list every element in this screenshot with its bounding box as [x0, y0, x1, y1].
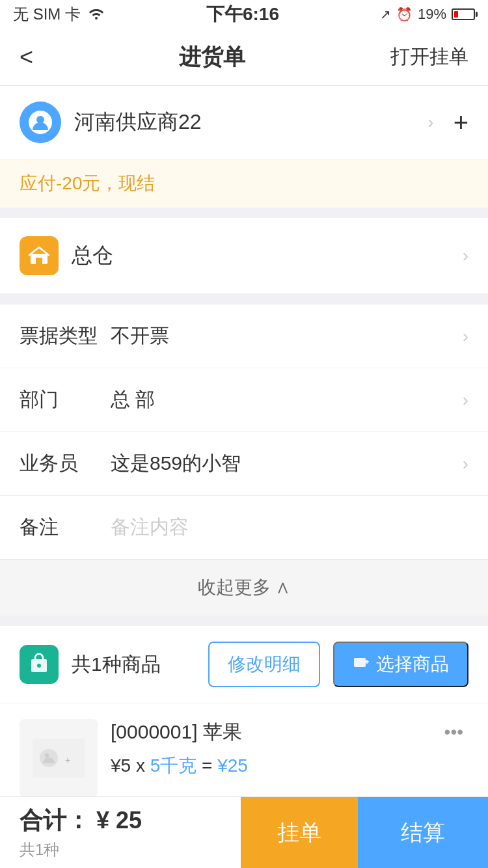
- warehouse-row[interactable]: 总仓 ›: [0, 218, 488, 293]
- location-icon: ↗: [380, 7, 391, 22]
- svg-point-4: [37, 664, 41, 668]
- collapse-button[interactable]: 收起更多 ∧: [0, 559, 488, 616]
- unit-price: ¥5: [111, 755, 131, 776]
- edit-details-button[interactable]: 修改明细: [208, 642, 320, 687]
- salesman-row[interactable]: 业务员 这是859的小智 ›: [0, 431, 488, 495]
- status-right: ↗ ⏰ 19%: [380, 6, 475, 23]
- avatar-inner: [29, 111, 52, 134]
- chevron-right-icon: ›: [427, 112, 433, 133]
- warehouse-card[interactable]: 总仓 ›: [0, 218, 488, 293]
- form-card: 票据类型 不开票 › 部门 总 部 › 业务员 这是859的小智 › 备注 备注…: [0, 304, 488, 616]
- remark-label: 备注: [20, 514, 111, 541]
- ticket-type-row[interactable]: 票据类型 不开票 ›: [0, 304, 488, 368]
- chevron-right-icon: ›: [463, 390, 468, 411]
- alarm-icon: ⏰: [396, 7, 413, 22]
- chevron-right-icon: ›: [463, 245, 468, 266]
- item-total: ¥25: [217, 755, 248, 776]
- salesman-value: 这是859的小智: [111, 450, 463, 477]
- quantity: 5千克: [150, 755, 197, 776]
- back-button[interactable]: <: [20, 44, 33, 71]
- multiply-sign: x: [136, 755, 150, 776]
- payment-notice: 应付-20元，现结: [0, 159, 488, 208]
- product-price-row: ¥5 x 5千克 = ¥25: [111, 753, 426, 778]
- supplier-actions: › +: [427, 108, 468, 137]
- status-time: 下午6:16: [206, 2, 279, 27]
- battery-icon: [452, 8, 475, 20]
- ticket-type-label: 票据类型: [20, 323, 111, 349]
- total-section: 合计： ¥ 25 共1种: [0, 805, 241, 860]
- warehouse-icon: [20, 236, 59, 275]
- battery-percent: 19%: [418, 6, 446, 23]
- products-header: 共1种商品 修改明细 选择商品: [0, 626, 488, 703]
- products-icon: [20, 645, 59, 684]
- chevron-right-icon: ›: [463, 326, 468, 347]
- product-title: 苹果: [203, 721, 242, 742]
- equals-sign: =: [202, 755, 217, 776]
- main-content: 河南供应商22 › + 应付-20元，现结 总仓 › 票据类型 不开票: [0, 86, 488, 868]
- supplier-avatar: [20, 102, 61, 143]
- salesman-label: 业务员: [20, 450, 111, 477]
- product-code: [0000001]: [111, 721, 197, 742]
- open-hang-button[interactable]: 打开挂单: [390, 44, 468, 70]
- products-card: 共1种商品 修改明细 选择商品 +: [0, 626, 488, 813]
- supplier-card: 河南供应商22 › + 应付-20元，现结: [0, 86, 488, 208]
- product-info: [0000001] 苹果 ¥5 x 5千克 = ¥25: [111, 719, 426, 778]
- wifi-icon: [87, 5, 105, 23]
- svg-rect-5: [354, 658, 366, 667]
- remark-input[interactable]: 备注内容: [111, 514, 468, 541]
- supplier-name: 河南供应商22: [74, 108, 427, 137]
- department-label: 部门: [20, 387, 111, 413]
- svg-text:+: +: [65, 755, 70, 765]
- total-count: 共1种: [20, 839, 221, 860]
- select-products-label: 选择商品: [376, 652, 449, 677]
- department-value: 总 部: [111, 387, 463, 413]
- ticket-type-value: 不开票: [111, 323, 463, 349]
- add-supplier-button[interactable]: +: [454, 108, 468, 137]
- select-products-button[interactable]: 选择商品: [333, 642, 468, 687]
- product-name: [0000001] 苹果: [111, 719, 426, 746]
- page-title: 进货单: [179, 42, 245, 72]
- warehouse-name: 总仓: [72, 241, 463, 270]
- total-value: ¥ 25: [96, 807, 142, 834]
- hang-order-button[interactable]: 挂单: [241, 797, 358, 869]
- total-amount: 合计： ¥ 25: [20, 805, 221, 837]
- chevron-right-icon: ›: [463, 454, 468, 474]
- checkout-button[interactable]: 结算: [358, 797, 488, 869]
- supplier-row[interactable]: 河南供应商22 › +: [0, 86, 488, 159]
- svg-point-8: [45, 753, 49, 757]
- bottom-bar: 合计： ¥ 25 共1种 挂单 结算: [0, 796, 488, 868]
- product-more-button[interactable]: •••: [439, 719, 468, 745]
- products-count: 共1种商品: [72, 651, 195, 678]
- remark-row[interactable]: 备注 备注内容: [0, 495, 488, 559]
- status-bar: 无 SIM 卡 下午6:16 ↗ ⏰ 19%: [0, 0, 488, 29]
- nav-bar: < 进货单 打开挂单: [0, 29, 488, 86]
- svg-rect-2: [36, 258, 42, 264]
- status-left: 无 SIM 卡: [13, 4, 105, 25]
- product-thumbnail: +: [20, 719, 98, 797]
- carrier-label: 无 SIM 卡: [13, 4, 81, 25]
- department-row[interactable]: 部门 总 部 ›: [0, 368, 488, 431]
- total-label: 合计：: [20, 807, 90, 834]
